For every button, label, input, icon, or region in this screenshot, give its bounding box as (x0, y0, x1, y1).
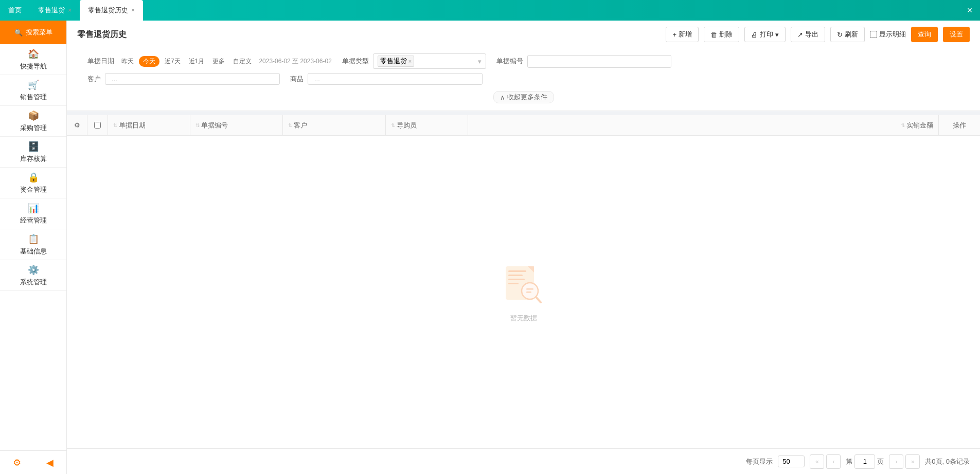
filter-item-goods: 商品 ... (290, 73, 483, 85)
prev-page-button[interactable]: ‹ (826, 454, 841, 469)
pagination-nav: « ‹ (810, 454, 841, 469)
tab-retail-return[interactable]: 零售退货 × (30, 0, 80, 21)
filter-row-1: 单据日期 昨天 今天 近7天 近1月 更多 自定义 2023-06-02 至 2… (87, 53, 959, 69)
page-size-select[interactable]: 50 10 20 100 (778, 455, 805, 467)
delete-icon: 🗑 (710, 31, 717, 39)
sidebar-item-basic-info-label: 基础信息 (20, 247, 47, 256)
type-filter-input[interactable]: 零售退货 × ▾ (373, 53, 486, 69)
page-input-group: 第 页 (846, 454, 884, 469)
query-label: 查询 (918, 30, 931, 39)
empty-illustration (498, 261, 549, 307)
settings-col-icon[interactable]: ⚙ (74, 121, 80, 129)
type-tag-close[interactable]: × (408, 58, 412, 64)
date-btn-yesterday[interactable]: 昨天 (118, 56, 137, 67)
th-checkbox[interactable] (87, 115, 108, 135)
sidebar-item-quick-nav[interactable]: 🏠 快捷导航 (0, 44, 66, 75)
th-sort-icon-amount[interactable]: ⇅ (901, 122, 905, 128)
th-customer-label: 客户 (294, 121, 307, 130)
sidebar-item-system-mgmt[interactable]: ⚙️ 系统管理 (0, 260, 66, 291)
system-mgmt-icon: ⚙️ (28, 264, 39, 276)
type-tag: 零售退货 × (378, 56, 414, 67)
sidebar-item-inventory-label: 库存核算 (20, 154, 47, 163)
query-button[interactable]: 查询 (911, 27, 938, 42)
svg-rect-4 (508, 283, 519, 284)
th-number: ⇅ 单据编号 (190, 115, 283, 135)
th-settings[interactable]: ⚙ (67, 115, 87, 135)
export-label: 导出 (805, 30, 818, 39)
page-header: 零售退货历史 + 新增 🗑 删除 🖨 打印 ▾ (67, 21, 980, 111)
next-page-button[interactable]: › (889, 454, 903, 469)
date-btn-7days[interactable]: 近7天 (162, 56, 184, 67)
tab-retail-return-history-close[interactable]: × (131, 7, 135, 14)
page-number-input[interactable] (854, 454, 875, 469)
type-tag-value: 零售退货 (380, 57, 407, 66)
delete-button[interactable]: 🗑 删除 (704, 27, 739, 42)
th-sort-icon-date[interactable]: ⇅ (113, 122, 117, 128)
sidebar-item-purchase-mgmt[interactable]: 📦 采购管理 (0, 106, 66, 137)
toolbar: + 新增 🗑 删除 🖨 打印 ▾ ↗ 导出 (666, 27, 970, 42)
sidebar: 🔍 搜索菜单 🏠 快捷导航 🛒 销售管理 📦 采购管理 🗄️ 库存核算 🔒 (0, 21, 67, 474)
window-close-button[interactable]: × (959, 0, 980, 21)
tab-retail-return-close[interactable]: × (68, 7, 72, 14)
date-btn-1month[interactable]: 近1月 (186, 56, 208, 67)
sidebar-item-basic-info[interactable]: 📋 基础信息 (0, 229, 66, 260)
settings-button[interactable]: 设置 (943, 27, 970, 42)
number-filter-input[interactable] (527, 55, 671, 68)
page-chapter-label: 第 (846, 457, 852, 466)
date-btn-today[interactable]: 今天 (139, 56, 159, 67)
svg-rect-8 (526, 291, 531, 293)
date-options-group: 昨天 今天 近7天 近1月 更多 自定义 (118, 56, 255, 67)
basic-info-icon: 📋 (28, 233, 39, 245)
select-all-checkbox[interactable] (94, 122, 101, 129)
filter-item-customer: 客户 ... (87, 73, 280, 85)
th-number-label: 单据编号 (201, 121, 228, 130)
th-sort-icon-customer[interactable]: ⇅ (288, 122, 292, 128)
collapse-icon: ∧ (500, 94, 505, 101)
customer-filter-input[interactable]: ... (105, 73, 280, 85)
goods-filter-input[interactable]: ... (308, 73, 483, 85)
sidebar-item-purchase-mgmt-label: 采购管理 (20, 123, 47, 133)
sidebar-search-button[interactable]: 🔍 搜索菜单 (0, 21, 66, 44)
main-layout: 🔍 搜索菜单 🏠 快捷导航 🛒 销售管理 📦 采购管理 🗄️ 库存核算 🔒 (0, 21, 980, 474)
first-page-icon: « (815, 458, 819, 465)
print-button[interactable]: 🖨 打印 ▾ (744, 27, 786, 42)
sidebar-item-quick-nav-label: 快捷导航 (20, 62, 47, 71)
pagination-bar: 每页显示 50 10 20 100 « ‹ 第 页 (67, 448, 980, 474)
sidebar-item-sales-mgmt-label: 销售管理 (20, 93, 47, 102)
sidebar-item-inventory[interactable]: 🗄️ 库存核算 (0, 137, 66, 168)
type-filter-label: 单据类型 (342, 57, 369, 66)
page-title: 零售退货历史 (77, 29, 127, 40)
sidebar-settings-button[interactable]: ⚙ (13, 457, 21, 468)
th-guide: ⇅ 导购员 (386, 115, 468, 135)
th-sort-icon-guide[interactable]: ⇅ (391, 122, 395, 128)
sidebar-item-sales-mgmt[interactable]: 🛒 销售管理 (0, 75, 66, 106)
date-btn-custom[interactable]: 自定义 (230, 56, 255, 67)
th-sort-icon-number[interactable]: ⇅ (195, 122, 200, 128)
quick-nav-icon: 🏠 (28, 48, 39, 60)
tab-home[interactable]: 首页 (0, 0, 30, 21)
refresh-icon: ↻ (837, 31, 843, 39)
first-page-button[interactable]: « (810, 454, 824, 469)
th-amount-label: 实销金额 (906, 121, 933, 130)
refresh-button[interactable]: ↻ 刷新 (830, 27, 865, 42)
show-detail-checkbox[interactable] (870, 31, 877, 38)
delete-label: 删除 (719, 30, 733, 39)
table-header: ⚙ ⇅ 单据日期 ⇅ 单据编号 ⇅ 客户 ⇅ (67, 115, 980, 136)
sidebar-item-finance-mgmt[interactable]: 🔒 资金管理 (0, 168, 66, 198)
date-btn-more[interactable]: 更多 (209, 56, 228, 67)
sidebar-collapse-button[interactable]: ◀ (46, 457, 54, 468)
tab-retail-return-history[interactable]: 零售退货历史 × (80, 0, 143, 21)
sidebar-item-operation-mgmt[interactable]: 📊 经营管理 (0, 198, 66, 229)
content-area: 零售退货历史 + 新增 🗑 删除 🖨 打印 ▾ (67, 21, 980, 474)
svg-rect-2 (508, 275, 523, 276)
type-dropdown-icon[interactable]: ▾ (478, 58, 482, 65)
th-action-label: 操作 (953, 121, 966, 130)
collapse-button[interactable]: ∧ 收起更多条件 (493, 91, 554, 103)
last-page-button[interactable]: » (905, 454, 920, 469)
show-detail-text: 显示明细 (879, 30, 906, 39)
tab-list: 首页 零售退货 × 零售退货历史 × (0, 0, 959, 21)
export-button[interactable]: ↗ 导出 (791, 27, 825, 42)
new-button[interactable]: + 新增 (666, 27, 699, 42)
goods-filter-label: 商品 (290, 75, 304, 84)
svg-rect-7 (526, 288, 533, 290)
